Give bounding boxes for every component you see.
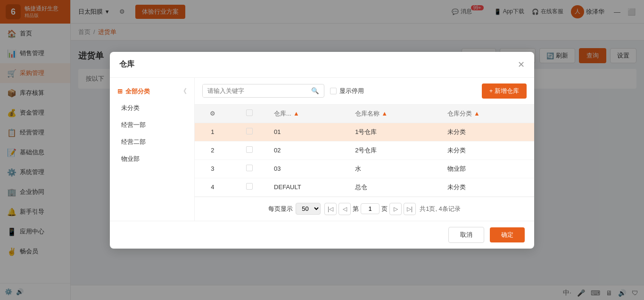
- category-item-unclassified[interactable]: 未分类: [110, 100, 194, 117]
- row-num: 3: [195, 159, 231, 178]
- row-checkbox[interactable]: [231, 178, 268, 196]
- search-input[interactable]: [203, 84, 306, 97]
- row-code: 01: [268, 123, 349, 141]
- row-code: 03: [268, 159, 349, 178]
- row-category: 物业部: [442, 159, 534, 178]
- col-code: 仓库...▲: [268, 105, 349, 123]
- row-num: 4: [195, 178, 231, 196]
- last-page-button[interactable]: ▷|: [404, 203, 416, 215]
- table-row[interactable]: 2 02 2号仓库 未分类: [195, 141, 534, 159]
- page-input[interactable]: [361, 203, 380, 214]
- modal-footer: 取消 确定: [110, 221, 534, 249]
- modal-body: ⊞ 全部分类 《 未分类 经营一部 经营二部 物业部: [110, 78, 534, 221]
- header-checkbox[interactable]: [246, 109, 253, 116]
- col-name: 仓库名称▲: [349, 105, 442, 123]
- row-num: 2: [195, 141, 231, 159]
- category-item-dept2[interactable]: 经营二部: [110, 133, 194, 150]
- prev-page-button[interactable]: ◁: [339, 203, 351, 215]
- add-warehouse-button[interactable]: + 新增仓库: [482, 83, 527, 99]
- next-page-button[interactable]: ▷: [389, 203, 402, 215]
- warehouse-table: ⚙ 仓库...▲ 仓库名称▲ 仓库分类▲ 1: [195, 105, 534, 197]
- table-row[interactable]: 4 DEFAULT 总仓 未分类: [195, 178, 534, 196]
- search-box: 🔍: [202, 84, 324, 98]
- show-disabled-label[interactable]: 显示停用: [330, 87, 364, 95]
- row-checkbox[interactable]: [231, 141, 268, 159]
- modal-overlay: 仓库 ✕ ⊞ 全部分类 《: [71, 41, 644, 285]
- grid-icon: ⊞: [117, 88, 123, 95]
- row-name: 1号仓库: [349, 123, 442, 141]
- row-code: 02: [268, 141, 349, 159]
- confirm-button[interactable]: 确定: [490, 227, 525, 242]
- page-content: 进货单 🖨 打印 📤 导出 🔄 刷新 查询 设置: [71, 41, 644, 285]
- row-num: 1: [195, 123, 231, 141]
- modal-close-button[interactable]: ✕: [518, 59, 525, 70]
- row-category: 未分类: [442, 178, 534, 196]
- search-button[interactable]: 🔍: [306, 84, 324, 97]
- first-page-button[interactable]: |◁: [324, 203, 337, 215]
- row-checkbox[interactable]: [231, 123, 268, 141]
- category-all-label[interactable]: ⊞ 全部分类: [117, 87, 150, 96]
- show-disabled-checkbox[interactable]: [330, 88, 337, 94]
- table-row[interactable]: 3 03 水 物业部: [195, 159, 534, 178]
- row-name: 总仓: [349, 178, 442, 196]
- warehouse-modal: 仓库 ✕ ⊞ 全部分类 《: [110, 52, 534, 249]
- main-area: 日太阳膜 ▾ ⚙ 体验行业方案 💬 消息 99+ 📱 App下载 🎧 在线客服: [71, 0, 644, 300]
- page-total-info: 共1页, 4条记录: [420, 205, 461, 213]
- row-category: 未分类: [442, 123, 534, 141]
- per-page-select[interactable]: 50: [296, 203, 321, 215]
- row-checkbox[interactable]: [231, 159, 268, 178]
- table-row[interactable]: 1 01 1号仓库 未分类: [195, 123, 534, 141]
- category-collapse-button[interactable]: 《: [180, 87, 187, 96]
- page-nav: |◁ ◁ 第 页 ▷ ▷|: [324, 203, 416, 215]
- row-code: DEFAULT: [268, 178, 349, 196]
- category-header: ⊞ 全部分类 《: [110, 83, 194, 100]
- modal-pagination: 每页显示 50 |◁ ◁ 第 页: [195, 197, 534, 221]
- page-label: 第: [353, 205, 359, 213]
- col-category: 仓库分类▲: [442, 105, 534, 123]
- row-name: 水: [349, 159, 442, 178]
- modal-toolbar: 🔍 显示停用 + 新增仓库: [195, 78, 534, 105]
- page-unit: 页: [381, 205, 388, 213]
- row-category: 未分类: [442, 141, 534, 159]
- modal-title: 仓库: [119, 59, 134, 69]
- col-gear: ⚙: [195, 105, 231, 123]
- cancel-button[interactable]: 取消: [448, 227, 484, 243]
- category-item-property[interactable]: 物业部: [110, 150, 194, 167]
- modal-main: 🔍 显示停用 + 新增仓库: [195, 78, 534, 221]
- row-name: 2号仓库: [349, 141, 442, 159]
- category-item-dept1[interactable]: 经营一部: [110, 117, 194, 133]
- warehouse-data-table: ⚙ 仓库...▲ 仓库名称▲ 仓库分类▲ 1: [195, 105, 534, 197]
- page-per-select: 每页显示 50: [268, 203, 321, 215]
- category-sidebar: ⊞ 全部分类 《 未分类 经营一部 经营二部 物业部: [110, 78, 195, 221]
- col-checkbox: [231, 105, 268, 123]
- modal-header: 仓库 ✕: [110, 52, 534, 78]
